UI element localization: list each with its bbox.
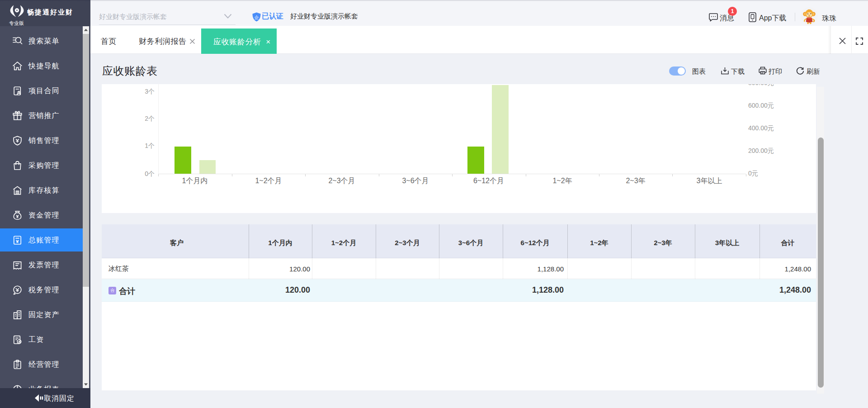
svg-text:1个: 1个 bbox=[145, 142, 155, 149]
svg-text:1~2年: 1~2年 bbox=[552, 177, 572, 185]
svg-text:2~3年: 2~3年 bbox=[626, 177, 645, 185]
svg-text:0元: 0元 bbox=[748, 170, 758, 177]
svg-text:600.00元: 600.00元 bbox=[748, 102, 774, 109]
svg-text:1个月内: 1个月内 bbox=[182, 177, 208, 185]
svg-text:6~12个月: 6~12个月 bbox=[473, 177, 504, 185]
svg-text:2个: 2个 bbox=[145, 115, 155, 122]
svg-text:3个: 3个 bbox=[145, 88, 155, 95]
svg-text:3~6个月: 3~6个月 bbox=[402, 177, 429, 185]
svg-text:2~3个月: 2~3个月 bbox=[328, 177, 355, 185]
svg-text:800.00元: 800.00元 bbox=[748, 84, 774, 86]
svg-text:400.00元: 400.00元 bbox=[748, 124, 774, 132]
svg-text:1~2个月: 1~2个月 bbox=[255, 177, 282, 185]
svg-text:200.00元: 200.00元 bbox=[748, 147, 774, 154]
svg-text:企: 企 bbox=[255, 15, 259, 20]
svg-text:3年以上: 3年以上 bbox=[697, 177, 722, 185]
svg-text:0个: 0个 bbox=[145, 170, 155, 177]
